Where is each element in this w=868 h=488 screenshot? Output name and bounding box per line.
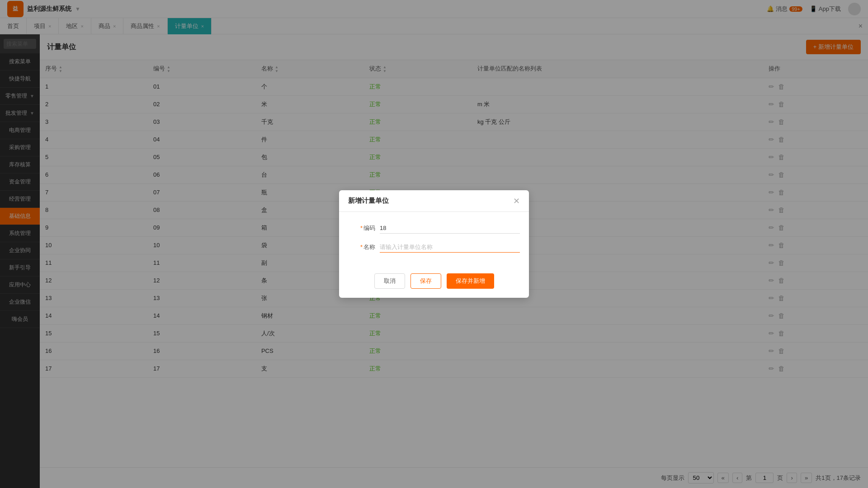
code-label: *编码 <box>348 224 375 232</box>
modal-title: 新增计量单位 <box>348 197 389 205</box>
save-button[interactable]: 保存 <box>410 273 441 289</box>
code-field-row: *编码 <box>348 223 520 234</box>
modal-close-button[interactable]: ✕ <box>513 197 520 205</box>
required-star-name: * <box>360 244 363 250</box>
save-and-new-button[interactable]: 保存并新增 <box>447 273 494 289</box>
modal-overlay: 新增计量单位 ✕ *编码 *名称 取消 保存 保存并新增 <box>0 0 868 488</box>
modal-footer: 取消 保存 保存并新增 <box>339 268 529 298</box>
required-star-code: * <box>360 225 363 231</box>
name-label: *名称 <box>348 243 375 251</box>
modal-body: *编码 *名称 <box>339 212 529 268</box>
cancel-button[interactable]: 取消 <box>374 273 405 289</box>
code-input[interactable] <box>380 223 520 234</box>
name-field-row: *名称 <box>348 242 520 253</box>
modal-header: 新增计量单位 ✕ <box>339 190 529 212</box>
name-input[interactable] <box>380 242 520 253</box>
add-unit-modal: 新增计量单位 ✕ *编码 *名称 取消 保存 保存并新增 <box>339 190 529 298</box>
